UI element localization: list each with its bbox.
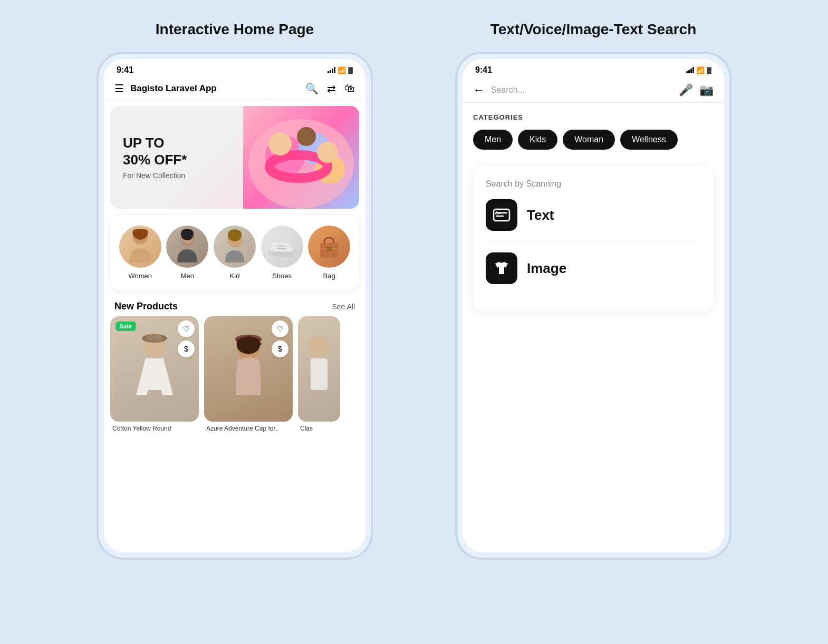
status-time-left: 9:41 [117,65,133,75]
signal-icon-right [686,67,694,73]
product-card-1[interactable]: Sale ♡ $ [110,316,199,436]
category-kid-label: Kid [230,272,240,280]
right-section: Text/Voice/Image-Text Search 9:41 📶 [430,21,757,559]
bag-icon [315,232,344,261]
hero-banner: UP TO30% OFF* For New Collection [110,106,359,209]
status-time-right: 9:41 [475,65,492,75]
bag-circle [308,226,350,268]
product-image-2: ♡ $ [204,316,293,422]
category-bag[interactable]: Bag [308,226,350,280]
left-section: Interactive Home Page 9:41 📶 ▓ [71,21,398,559]
scan-divider [486,241,701,242]
hero-image [243,106,359,209]
top-nav: ☰ Bagisto Laravel App 🔍 ⇄ 🛍 [104,78,365,100]
category-men[interactable]: Men [166,226,208,280]
products-row: Sale ♡ $ [104,316,365,436]
women-avatar [127,228,153,265]
text-icon-svg: A≡ [493,206,511,224]
product-image-3 [298,316,340,422]
women-circle [119,226,161,268]
hero-headline: UP TO30% OFF* [123,135,187,168]
model-3 [298,332,340,406]
category-women-label: Women [129,272,152,280]
product-name-3: Clas [298,425,340,436]
kid-avatar [222,228,248,265]
svg-point-5 [268,132,292,155]
men-circle [166,226,208,268]
left-phone-frame: 9:41 📶 ▓ ☰ Bagisto [98,53,372,559]
app-title: Bagisto Laravel App [130,83,305,94]
wifi-icon-right: 📶 [696,66,705,74]
product-name-1: Cotton Yellow Round [110,425,199,436]
pill-men[interactable]: Men [473,130,513,150]
cart-icon[interactable]: 🛍 [344,82,355,95]
svg-point-7 [317,142,338,163]
search-input[interactable]: Search... [491,85,672,95]
see-all-button[interactable]: See All [332,303,355,311]
compare-btn-1[interactable]: $ [178,340,195,357]
svg-text:A≡: A≡ [495,210,501,216]
svg-point-6 [297,127,316,146]
search-categories-section: CATEGORIES Men Kids Woman Wellness [463,103,724,156]
pill-wellness[interactable]: Wellness [620,130,678,150]
image-scan-icon [486,252,517,284]
signal-icon [328,67,335,73]
scan-text-option[interactable]: A≡ Text [486,199,701,231]
product-actions-2: ♡ $ [272,320,288,357]
shoes-icon [266,235,298,259]
new-products-title: New Products [114,301,178,312]
svg-rect-18 [326,247,332,251]
product-name-2: Azure Adventure Cap for.. [204,425,293,436]
menu-icon[interactable]: ☰ [114,82,124,95]
nav-icons: 🔍 ⇄ 🛍 [305,82,355,95]
right-phone-frame: 9:41 📶 ▓ ← Search.. [456,53,730,559]
product-actions-1: ♡ $ [178,320,195,357]
battery-icon: ▓ [348,66,353,74]
wifi-icon: 📶 [338,66,346,74]
category-shoes[interactable]: Shoes [261,226,303,280]
status-bar-right: 9:41 📶 ▓ [463,59,724,78]
status-icons-right: 📶 ▓ [686,66,711,74]
search-icon[interactable]: 🔍 [305,82,319,95]
hero-sub: For New Collection [123,171,187,180]
status-bar-left: 9:41 📶 ▓ [104,59,365,78]
category-bag-label: Bag [323,272,335,280]
pill-woman[interactable]: Woman [563,130,615,150]
right-title: Text/Voice/Image-Text Search [490,21,697,38]
camera-search-button[interactable]: 📷 [699,83,714,97]
left-title: Interactive Home Page [156,21,314,38]
model-1 [131,332,178,406]
back-button[interactable]: ← [473,83,485,97]
scanning-card: Search by Scanning A≡ Text [473,167,714,311]
search-top-bar: ← Search... 🎤 📷 [463,78,724,103]
swap-icon[interactable]: ⇄ [327,82,336,95]
new-products-header: New Products See All [104,295,365,316]
pill-kids[interactable]: Kids [518,130,557,150]
battery-icon-right: ▓ [707,66,711,74]
category-kid[interactable]: Kid [214,226,256,280]
text-scan-label: Text [527,207,554,223]
category-women[interactable]: Women [119,226,161,280]
scan-image-option[interactable]: Image [486,252,701,284]
scanning-title: Search by Scanning [486,179,701,189]
voice-search-button[interactable]: 🎤 [679,83,693,97]
tshirt-icon-svg [493,259,511,277]
category-men-label: Men [181,272,194,280]
product-image-1: Sale ♡ $ [110,316,199,422]
categories-card: Women Men [110,215,359,290]
product-card-2[interactable]: ♡ $ [204,316,293,436]
right-phone-screen: 9:41 📶 ▓ ← Search.. [463,59,724,552]
kid-circle [214,226,256,268]
text-scan-icon: A≡ [486,199,517,231]
shoes-circle [261,226,303,268]
product-card-3[interactable]: Clas [298,316,340,436]
model-2 [225,332,272,406]
hero-illustration [246,106,357,209]
wishlist-btn-2[interactable]: ♡ [272,320,288,337]
svg-rect-22 [147,335,162,341]
sale-badge-1: Sale [115,321,136,331]
wishlist-btn-1[interactable]: ♡ [178,320,195,337]
compare-btn-2[interactable]: $ [272,340,288,357]
image-scan-label: Image [527,260,566,277]
status-icons-left: 📶 ▓ [328,66,353,74]
